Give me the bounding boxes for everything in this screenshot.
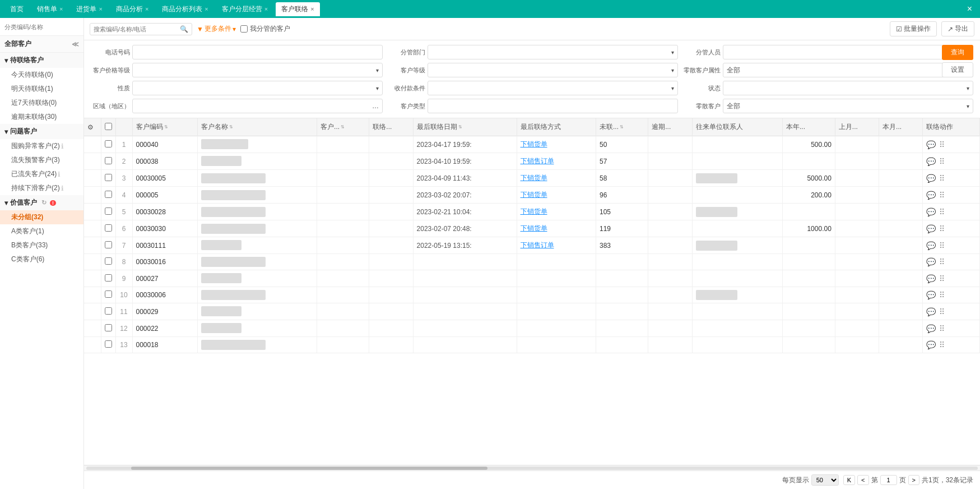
- cell-checkbox[interactable]: [101, 220, 115, 237]
- col-name-sort[interactable]: ⇅: [229, 124, 233, 130]
- filter-customer-type-select[interactable]: [428, 99, 678, 113]
- sidebar-collapse-icon[interactable]: ≪: [72, 40, 79, 48]
- row-checkbox[interactable]: [105, 290, 112, 298]
- contact-method-link[interactable]: 下销售订单: [521, 241, 554, 249]
- cell-checkbox[interactable]: [101, 136, 115, 153]
- row-checkbox[interactable]: [105, 324, 112, 331]
- sidebar-item-lost[interactable]: 已流失客户(24) ℹ: [0, 167, 83, 181]
- col-last-month[interactable]: 上月...: [835, 118, 879, 136]
- contact-method-link[interactable]: 下销售订单: [521, 157, 554, 165]
- more-icon[interactable]: ⠿: [939, 290, 945, 299]
- col-trade-contact[interactable]: 往来单位联系人: [692, 118, 782, 136]
- filter-nature-select[interactable]: [132, 81, 383, 95]
- sidebar-item-c-class[interactable]: C类客户(6): [0, 252, 83, 266]
- more-icon[interactable]: ⠿: [939, 140, 945, 149]
- filter-price-grade-select[interactable]: [132, 63, 383, 77]
- more-conditions-btn[interactable]: ▼ 更多条件 ▾: [197, 24, 236, 34]
- filter-status-select[interactable]: [723, 81, 973, 95]
- cell-last-method[interactable]: [517, 337, 596, 353]
- nav-product-analysis-list-close[interactable]: ×: [205, 6, 208, 12]
- problem-customers-group[interactable]: ▾ 问题客户: [0, 124, 83, 139]
- col-lcd-sort[interactable]: ⇅: [458, 124, 462, 130]
- row-checkbox[interactable]: [105, 224, 112, 232]
- nav-customer-contact-close[interactable]: ×: [310, 6, 314, 12]
- more-icon[interactable]: ⠿: [939, 207, 945, 216]
- more-icon[interactable]: ⠿: [939, 191, 945, 200]
- col-code[interactable]: 客户编码 ⇅: [132, 118, 198, 136]
- row-checkbox[interactable]: [105, 340, 112, 348]
- chat-icon[interactable]: 💬: [926, 241, 936, 250]
- scroll-thumb[interactable]: [131, 467, 487, 470]
- pending-contact-group[interactable]: ▾ 待联络客户: [0, 53, 83, 68]
- nav-customer-contact[interactable]: 客户联络 ×: [276, 2, 319, 16]
- col-last-contact-method[interactable]: 最后联络方式: [517, 118, 596, 136]
- sidebar-item-today[interactable]: 今天待联络(0): [0, 68, 83, 82]
- col-this-year[interactable]: 本年...: [782, 118, 835, 136]
- nav-purchase-close[interactable]: ×: [99, 6, 102, 12]
- nav-sales[interactable]: 销售单 ×: [31, 2, 68, 16]
- chat-icon[interactable]: 💬: [926, 174, 936, 183]
- row-checkbox[interactable]: [105, 157, 112, 164]
- export-button[interactable]: ↗ 导出: [941, 21, 974, 36]
- more-icon[interactable]: ⠿: [939, 257, 945, 266]
- row-checkbox[interactable]: [105, 257, 112, 265]
- col-code-sort[interactable]: ⇅: [164, 124, 168, 130]
- col-last-contact-date[interactable]: 最后联络日期 ⇅: [413, 118, 517, 136]
- sidebar-item-a-class[interactable]: A类客户(1): [0, 224, 83, 238]
- row-checkbox[interactable]: [105, 174, 112, 181]
- chat-icon[interactable]: 💬: [926, 290, 936, 299]
- filter-person-select[interactable]: …: [723, 45, 973, 59]
- filter-region-select[interactable]: …: [132, 99, 383, 113]
- contact-method-link[interactable]: 下销货单: [521, 224, 547, 232]
- col-this-month[interactable]: 本月...: [879, 118, 923, 136]
- nav-purchase[interactable]: 进货单 ×: [71, 2, 108, 16]
- first-page-btn[interactable]: K: [843, 475, 855, 485]
- search-box[interactable]: 🔍: [90, 23, 192, 35]
- prev-page-btn[interactable]: <: [857, 475, 868, 485]
- more-icon[interactable]: ⠿: [939, 174, 945, 183]
- next-page-btn[interactable]: >: [908, 475, 919, 485]
- query-button[interactable]: 查询: [942, 45, 973, 60]
- filter-phone-input[interactable]: [132, 45, 383, 59]
- col-contact[interactable]: 联络...: [369, 118, 413, 136]
- col-overdue[interactable]: 逾期...: [648, 118, 692, 136]
- nav-sales-close[interactable]: ×: [59, 6, 63, 12]
- close-all-btn[interactable]: ×: [964, 3, 976, 15]
- filter-customer-grade-select[interactable]: [428, 63, 678, 77]
- chat-icon[interactable]: 💬: [926, 274, 936, 283]
- cell-last-method[interactable]: [517, 270, 596, 287]
- more-icon[interactable]: ⠿: [939, 340, 945, 349]
- col-settings[interactable]: ⚙: [84, 118, 101, 136]
- filter-dept-select[interactable]: [428, 45, 678, 59]
- row-checkbox[interactable]: [105, 191, 112, 198]
- chat-icon[interactable]: 💬: [926, 307, 936, 316]
- cell-actions[interactable]: 💬 ⠿: [923, 254, 980, 270]
- nav-home[interactable]: 首页: [4, 2, 29, 16]
- batch-op-button[interactable]: ☑ 批量操作: [890, 21, 937, 36]
- cell-checkbox[interactable]: [101, 237, 115, 254]
- chat-icon[interactable]: 💬: [926, 324, 936, 333]
- my-customers-filter[interactable]: 我分管的客户: [240, 24, 290, 34]
- cell-last-method[interactable]: [517, 320, 596, 337]
- chat-icon[interactable]: 💬: [926, 257, 936, 266]
- chat-icon[interactable]: 💬: [926, 140, 936, 149]
- sidebar-item-declining[interactable]: 持续下滑客户(2) ℹ: [0, 181, 83, 195]
- cell-actions[interactable]: 💬 ⠿: [923, 237, 980, 254]
- nav-customer-layering-close[interactable]: ×: [264, 6, 268, 12]
- filter-phone-field[interactable]: [136, 49, 379, 56]
- col-no-days[interactable]: 未联... ⇅: [596, 118, 648, 136]
- cell-last-method[interactable]: 下销货单: [517, 204, 596, 220]
- sidebar-item-hoarding[interactable]: 囤购异常客户(2) ℹ: [0, 139, 83, 153]
- col-name[interactable]: 客户名称 ⇅: [198, 118, 317, 136]
- chat-icon[interactable]: 💬: [926, 340, 936, 349]
- sidebar-item-ungrouped[interactable]: 未分组(32): [0, 210, 83, 224]
- search-icon[interactable]: 🔍: [180, 25, 188, 33]
- per-page-select[interactable]: 50 100 200: [811, 474, 839, 486]
- horizontal-scrollbar[interactable]: [84, 465, 980, 470]
- refresh-icon[interactable]: ↻: [41, 199, 47, 206]
- value-customers-group[interactable]: ▾ 价值客户 ↻ !: [0, 195, 83, 210]
- col-nd-sort[interactable]: ⇅: [620, 124, 624, 130]
- page-number-input[interactable]: [880, 475, 897, 485]
- cell-checkbox[interactable]: [101, 170, 115, 187]
- cell-last-method[interactable]: [517, 303, 596, 320]
